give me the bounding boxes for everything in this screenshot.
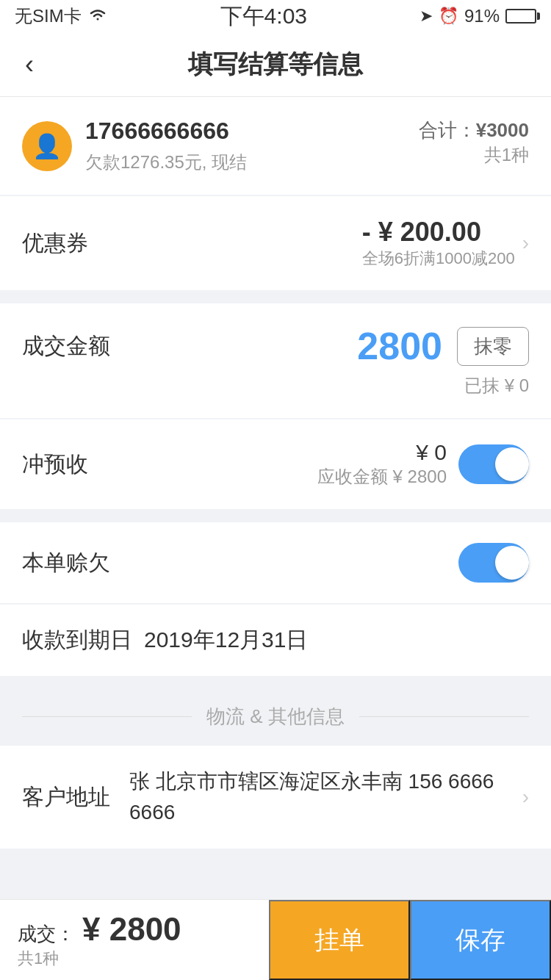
divider-1 — [0, 292, 551, 303]
bottom-bar: 成交： ¥ 2800 共1种 挂单 保存 — [0, 899, 551, 980]
coupon-discount: - ¥ 200.00 — [362, 217, 515, 248]
chevron-right-icon: › — [522, 231, 529, 255]
precollect-label: 冲预收 — [22, 450, 88, 480]
coupon-label: 优惠券 — [22, 228, 88, 259]
precollect-amount: ¥ 0 — [317, 440, 447, 465]
customer-phone: 17666666666 — [85, 118, 247, 145]
customer-info: 17666666666 欠款1276.35元, 现结 — [85, 118, 247, 174]
deal-amount: 2800 — [357, 324, 442, 368]
content-area: 👤 17666666666 欠款1276.35元, 现结 合计：¥3000 共1… — [0, 97, 551, 980]
deal-section: 成交金额 2800 抹零 已抹 ¥ 0 — [0, 303, 551, 418]
status-bar: 无SIM卡 下午4:03 ➤ ⏰ 91% — [0, 0, 551, 32]
coupon-detail: 全场6折满1000减200 — [362, 248, 515, 270]
precollect-section: 冲预收 ¥ 0 应收金额 ¥ 2800 — [0, 419, 551, 509]
precollect-toggle[interactable] — [458, 444, 529, 484]
coupon-section[interactable]: 优惠券 - ¥ 200.00 全场6折满1000减200 › — [0, 196, 551, 290]
round-button[interactable]: 抹零 — [457, 327, 529, 366]
logistics-divider: 物流 & 其他信息 — [0, 689, 551, 744]
battery-percent: 91% — [464, 6, 500, 26]
customer-left: 👤 17666666666 欠款1276.35元, 现结 — [22, 118, 247, 174]
status-right: ➤ ⏰ 91% — [419, 6, 536, 26]
duedate-label: 收款到期日 — [22, 625, 132, 655]
precollect-amounts: ¥ 0 应收金额 ¥ 2800 — [317, 440, 447, 489]
status-time: 下午4:03 — [220, 1, 307, 32]
wifi-icon — [87, 6, 108, 26]
toggle-knob — [495, 447, 529, 481]
duedate-value: 2019年12月31日 — [144, 625, 308, 655]
alarm-icon: ⏰ — [439, 7, 458, 26]
status-left: 无SIM卡 — [15, 4, 108, 28]
address-label: 客户地址 — [22, 782, 118, 813]
customer-section: 👤 17666666666 欠款1276.35元, 现结 合计：¥3000 共1… — [0, 97, 551, 195]
hold-button[interactable]: 挂单 — [269, 900, 410, 980]
bottom-count: 共1种 — [18, 948, 251, 970]
deal-right: 2800 抹零 — [357, 324, 529, 368]
coupon-right: - ¥ 200.00 全场6折满1000减200 › — [362, 217, 529, 270]
battery-icon — [505, 9, 536, 24]
arrears-section: 本单赊欠 — [0, 522, 551, 603]
toggle-knob-2 — [495, 546, 529, 580]
bottom-deal-label: 成交： — [18, 921, 75, 947]
page-title: 填写结算等信息 — [188, 48, 363, 82]
precollect-right: ¥ 0 应收金额 ¥ 2800 — [317, 440, 529, 489]
duedate-section: 收款到期日 2019年12月31日 — [0, 605, 551, 676]
precollect-row: 冲预收 ¥ 0 应收金额 ¥ 2800 — [22, 440, 529, 489]
save-button[interactable]: 保存 — [410, 900, 551, 980]
customer-debt: 欠款1276.35元, 现结 — [85, 151, 247, 174]
bottom-summary: 成交： ¥ 2800 共1种 — [0, 900, 269, 980]
divider-2 — [0, 511, 551, 522]
address-value: 张 北京市市辖区海淀区永丰南 156 6666 6666 — [129, 766, 511, 828]
customer-total: 合计：¥3000 共1种 — [419, 118, 529, 167]
bottom-deal-amount: ¥ 2800 — [82, 911, 181, 948]
precollect-sub: 应收金额 ¥ 2800 — [317, 465, 447, 489]
carrier-text: 无SIM卡 — [15, 4, 82, 28]
divider-3 — [0, 677, 551, 689]
bottom-deal-row: 成交： ¥ 2800 — [18, 911, 251, 948]
address-chevron-icon: › — [522, 785, 529, 809]
nav-bar: ‹ 填写结算等信息 — [0, 32, 551, 97]
arrears-label: 本单赊欠 — [22, 548, 110, 578]
logistics-label: 物流 & 其他信息 — [206, 704, 345, 729]
deal-sub: 已抹 ¥ 0 — [22, 374, 529, 397]
location-icon: ➤ — [419, 7, 433, 26]
total-count: 共1种 — [419, 143, 529, 167]
logistics-line-left — [22, 716, 192, 717]
deal-label: 成交金额 — [22, 331, 110, 361]
total-label: 合计：¥3000 — [419, 118, 529, 143]
arrears-toggle[interactable] — [458, 543, 529, 583]
address-section[interactable]: 客户地址 张 北京市市辖区海淀区永丰南 156 6666 6666 › — [0, 746, 551, 849]
avatar-icon: 👤 — [32, 132, 62, 160]
back-button[interactable]: ‹ — [18, 42, 41, 87]
deal-row: 成交金额 2800 抹零 — [22, 324, 529, 368]
avatar: 👤 — [22, 121, 72, 171]
logistics-line-right — [359, 716, 529, 717]
